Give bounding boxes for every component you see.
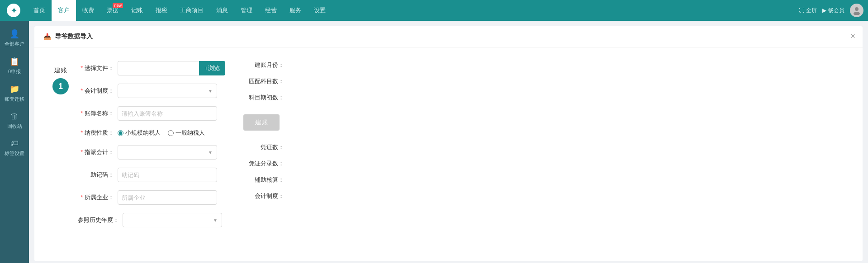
info-aux-row: 辅助核算： <box>243 176 361 184</box>
nav-service[interactable]: 服务 <box>283 0 308 21</box>
all-clients-icon: 👤 <box>9 29 19 39</box>
nav-manage[interactable]: 管理 <box>234 0 259 21</box>
nav-invoice[interactable]: 票据 new <box>100 0 125 21</box>
accountant-wrapper: ▼ <box>118 145 217 160</box>
vip-icon: ▶ <box>822 7 826 14</box>
fullscreen-icon: ⛶ <box>799 7 804 14</box>
general-taxpayer-radio[interactable] <box>168 130 174 136</box>
close-button[interactable]: × <box>850 32 855 41</box>
small-taxpayer-radio[interactable] <box>118 130 123 136</box>
accounting-system-select[interactable] <box>118 84 217 98</box>
accounting-system-label: 会计制度： <box>78 87 114 95</box>
info-section: 建账月份： 匹配科目数： 科目期初数： 建账 凭证 <box>243 61 361 227</box>
layout: 👤 全部客户 📋 0申报 📁 账套迁移 🗑 回收站 🏷 标签设置 📥 导爷数据导… <box>0 21 868 263</box>
migration-icon: 📁 <box>9 84 19 94</box>
card-title-icon: 📥 <box>43 33 51 40</box>
tax-type-group: 小规模纳税人 一般纳税人 <box>118 129 205 137</box>
memo-label: 助记码： <box>78 171 114 179</box>
accountant-row: 指派会计： ▼ <box>78 145 225 160</box>
accountant-select[interactable] <box>118 145 217 160</box>
info-match-label: 匹配科目数： <box>243 77 284 85</box>
card-title: 导爷数据导入 <box>55 33 93 41</box>
tax-type-label: 纳税性质： <box>78 129 114 137</box>
top-nav: ✦ 首页 客户 收费 票据 new 记账 报税 工商项目 消息 管理 经营 服务… <box>0 0 868 21</box>
info-initial-label: 科目期初数： <box>243 94 284 102</box>
info-initial-row: 科目期初数： <box>243 94 361 102</box>
ledger-name-row: 账簿名称： <box>78 106 225 121</box>
vip-btn[interactable]: ▶ 畅会员 <box>822 7 844 14</box>
memo-row: 助记码： <box>78 168 225 182</box>
info-voucher-entries-row: 凭证分录数： <box>243 160 361 168</box>
info-voucher-row: 凭证数： <box>243 143 361 151</box>
company-row: 所属企业： <box>78 190 225 205</box>
logo[interactable]: ✦ <box>5 1 23 19</box>
file-row: 选择文件： +浏览 <box>78 61 225 75</box>
info-month-label: 建账月份： <box>243 61 284 69</box>
general-taxpayer-label[interactable]: 一般纳税人 <box>168 129 205 137</box>
nav-right: ⛶ 全屏 ▶ 畅会员 <box>799 4 863 17</box>
nav-settings[interactable]: 设置 <box>308 0 332 21</box>
accounting-system-wrapper: ▼ <box>118 84 217 98</box>
card-header: 📥 导爷数据导入 <box>34 26 863 47</box>
sidebar-item-all-clients[interactable]: 👤 全部客户 <box>0 25 29 51</box>
step-circle: 1 <box>52 78 69 94</box>
memo-input[interactable] <box>118 168 217 182</box>
create-account-button[interactable]: 建账 <box>243 114 280 131</box>
file-label: 选择文件： <box>78 64 114 72</box>
new-badge: new <box>113 3 123 8</box>
form-section: 选择文件： +浏览 会计制度： <box>78 61 225 227</box>
sidebar-item-tag-settings[interactable]: 🏷 标签设置 <box>0 135 29 160</box>
info-match-row: 匹配科目数： <box>243 77 361 85</box>
fullscreen-btn[interactable]: ⛶ 全屏 <box>799 7 817 14</box>
zero-report-icon: 📋 <box>9 56 19 66</box>
step-section: 建账 1 选择文件： +浏览 <box>52 61 225 227</box>
info-voucher-entries-label: 凭证分录数： <box>243 160 284 168</box>
sidebar-item-zero-report[interactable]: 📋 0申报 <box>0 53 29 79</box>
nav-home[interactable]: 首页 <box>27 0 52 21</box>
nav-bookkeeping[interactable]: 记账 <box>125 0 149 21</box>
sidebar: 👤 全部客户 📋 0申报 📁 账套迁移 🗑 回收站 🏷 标签设置 <box>0 21 29 263</box>
nav-operation[interactable]: 经营 <box>259 0 283 21</box>
accounting-system-row: 会计制度： ▼ <box>78 84 225 98</box>
recycle-icon: 🗑 <box>10 112 19 121</box>
nav-fee[interactable]: 收费 <box>76 0 100 21</box>
sidebar-item-migration[interactable]: 📁 账套迁移 <box>0 80 29 106</box>
info-system-row: 会计制度： <box>243 192 361 200</box>
small-taxpayer-label[interactable]: 小规模纳税人 <box>118 129 161 137</box>
nav-message[interactable]: 消息 <box>210 0 234 21</box>
history-year-row: 参照历史年度： ▼ <box>78 213 225 227</box>
sidebar-item-recycle[interactable]: 🗑 回收站 <box>0 108 29 133</box>
nav-tax[interactable]: 报税 <box>149 0 174 21</box>
small-taxpayer-text: 小规模纳税人 <box>125 129 161 137</box>
info-month-row: 建账月份： <box>243 61 361 69</box>
general-taxpayer-text: 一般纳税人 <box>175 129 205 137</box>
info-aux-label: 辅助核算： <box>243 176 284 184</box>
history-year-label: 参照历史年度： <box>78 216 119 224</box>
browse-button[interactable]: +浏览 <box>199 61 225 75</box>
main-content: 📥 导爷数据导入 × 建账 1 选择文件： <box>29 21 868 263</box>
file-input[interactable] <box>118 61 199 75</box>
svg-point-1 <box>854 12 860 15</box>
logo-icon: ✦ <box>7 4 20 17</box>
history-year-select[interactable] <box>123 213 222 227</box>
tag-settings-icon: 🏷 <box>10 139 19 148</box>
step-label: 建账 <box>54 66 67 75</box>
tax-type-row: 纳税性质： 小规模纳税人 一般纳税人 <box>78 129 225 137</box>
ledger-name-label: 账簿名称： <box>78 109 114 117</box>
ledger-name-input[interactable] <box>118 106 217 121</box>
file-input-wrapper: +浏览 <box>118 61 225 75</box>
info-voucher-label: 凭证数： <box>243 143 284 151</box>
nav-client[interactable]: 客户 <box>52 0 76 21</box>
nav-business[interactable]: 工商项目 <box>174 0 210 21</box>
avatar[interactable] <box>850 4 863 17</box>
company-input[interactable] <box>118 190 217 205</box>
svg-point-0 <box>855 7 859 11</box>
nav-items: 首页 客户 收费 票据 new 记账 报税 工商项目 消息 管理 经营 服务 设… <box>27 0 799 21</box>
history-year-wrapper: ▼ <box>123 213 222 227</box>
card-body: 建账 1 选择文件： +浏览 <box>34 47 863 241</box>
company-label: 所属企业： <box>78 193 114 202</box>
accountant-label: 指派会计： <box>78 148 114 156</box>
main-card: 📥 导爷数据导入 × 建账 1 选择文件： <box>34 26 863 261</box>
info-system-label: 会计制度： <box>243 192 284 200</box>
